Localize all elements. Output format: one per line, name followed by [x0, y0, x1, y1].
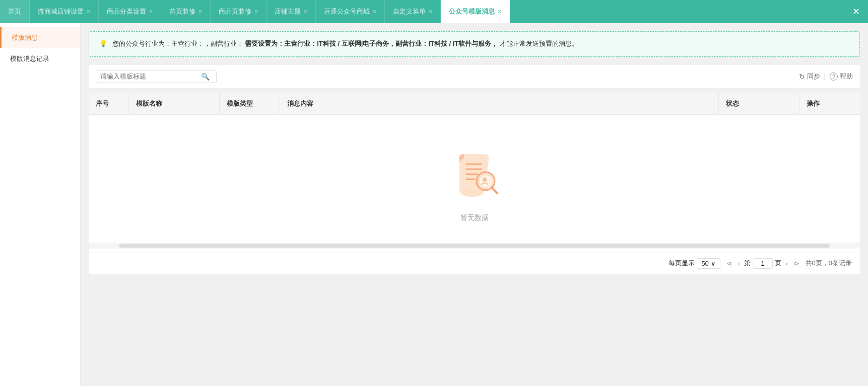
page-next-btn[interactable]: ›: [783, 259, 789, 268]
page-unit: 页: [775, 259, 781, 268]
close-all-tabs[interactable]: ✕: [844, 0, 868, 23]
col-type: 模版类型: [220, 93, 280, 114]
empty-state: 暂无数据: [89, 115, 860, 243]
close-tab-template-msg[interactable]: ×: [498, 8, 501, 15]
empty-illustration: [444, 145, 505, 205]
pagination: 每页显示 50 ∨ ⊲ ‹ 第 页 › ⊳ 共0页，0条记录: [89, 253, 860, 274]
col-index: 序号: [89, 93, 129, 114]
tab-homepage[interactable]: 首页装修 ×: [161, 0, 211, 23]
scrollbar-area[interactable]: [89, 243, 860, 249]
tab-custom-menu[interactable]: 自定义菜单 ×: [385, 0, 441, 23]
page-label: 第: [744, 259, 751, 268]
page-size-value: 50: [701, 260, 708, 267]
tab-bar: 首页 微商城店铺设置 × 商品分类设置 × 首页装修 × 商品页装修 × 店铺主…: [0, 0, 868, 23]
page-prev-btn[interactable]: ‹: [736, 259, 742, 268]
search-input[interactable]: [100, 72, 201, 80]
table-header: 序号 模版名称 模版类型 消息内容 状态 操作: [89, 93, 860, 115]
close-tab-wechat-mall[interactable]: ×: [373, 8, 376, 15]
close-tab-category[interactable]: ×: [149, 8, 153, 15]
content-area: 💡 您的公众号行业为：主营行业：，副营行业： 需要设置为：主营行业：IT科技 /…: [81, 23, 868, 386]
scrollbar-track[interactable]: [119, 244, 830, 248]
search-icon[interactable]: 🔍: [201, 72, 210, 81]
col-action: 操作: [799, 93, 860, 114]
svg-line-7: [492, 187, 497, 193]
page-last-btn[interactable]: ⊳: [792, 259, 802, 268]
col-status: 状态: [719, 93, 799, 114]
page-size-box[interactable]: 50 ∨: [697, 258, 720, 269]
sidebar-item-template-msg[interactable]: 模版消息: [0, 27, 80, 48]
tab-home[interactable]: 首页: [0, 0, 30, 23]
toolbar-divider: |: [824, 72, 826, 80]
notice-suffix: 才能正常发送预置的消息。: [500, 40, 578, 47]
col-content: 消息内容: [280, 93, 719, 114]
page-size-label: 每页显示: [669, 259, 695, 268]
page-input[interactable]: [753, 258, 773, 269]
page-size-select: 每页显示 50 ∨: [669, 258, 720, 269]
help-icon: ?: [830, 72, 838, 81]
tab-category[interactable]: 商品分类设置 ×: [99, 0, 161, 23]
notice-banner: 💡 您的公众号行业为：主营行业：，副营行业： 需要设置为：主营行业：IT科技 /…: [89, 31, 860, 57]
page-size-chevron: ∨: [711, 260, 716, 267]
empty-text: 暂无数据: [460, 213, 489, 222]
sidebar-item-template-record[interactable]: 模版消息记录: [0, 48, 80, 69]
toolbar-right: ↻ 同步 | ? 帮助: [799, 72, 853, 81]
toolbar: 🔍 ↻ 同步 | ? 帮助: [89, 65, 860, 88]
page-first-btn[interactable]: ⊲: [724, 259, 734, 268]
tab-weshop[interactable]: 微商城店铺设置 ×: [30, 0, 99, 23]
tab-theme[interactable]: 店铺主题 ×: [266, 0, 316, 23]
help-button[interactable]: ? 帮助: [830, 72, 853, 81]
notice-highlight: 需要设置为：主营行业：IT科技 / 互联网|电子商务，副营行业：IT科技 / I…: [245, 40, 498, 47]
table-container: 序号 模版名称 模版类型 消息内容 状态 操作: [89, 93, 860, 274]
sync-icon: ↻: [799, 72, 805, 81]
close-tab-custom-menu[interactable]: ×: [429, 8, 432, 15]
search-box[interactable]: 🔍: [96, 70, 217, 83]
close-tab-productpage[interactable]: ×: [254, 8, 258, 15]
sync-button[interactable]: ↻ 同步: [799, 72, 820, 81]
tab-template-msg[interactable]: 公众号模版消息 ×: [441, 0, 510, 23]
main-layout: 模版消息 模版消息记录 💡 您的公众号行业为：主营行业：，副营行业： 需要设置为…: [0, 23, 868, 386]
page-nav: ⊲ ‹ 第 页 › ⊳: [724, 258, 802, 269]
sidebar: 模版消息 模版消息记录: [0, 23, 81, 386]
col-name: 模版名称: [129, 93, 220, 114]
close-tab-theme[interactable]: ×: [304, 8, 307, 15]
notice-prefix: 您的公众号行业为：主营行业：，副营行业：: [112, 40, 243, 47]
svg-point-8: [483, 178, 487, 182]
close-tab-weshop[interactable]: ×: [87, 8, 90, 15]
tab-productpage[interactable]: 商品页装修 ×: [211, 0, 266, 23]
close-tab-homepage[interactable]: ×: [198, 8, 202, 15]
notice-icon: 💡: [99, 40, 107, 47]
tab-wechat-mall[interactable]: 开通公众号商城 ×: [316, 0, 385, 23]
total-info: 共0页，0条记录: [806, 259, 852, 268]
